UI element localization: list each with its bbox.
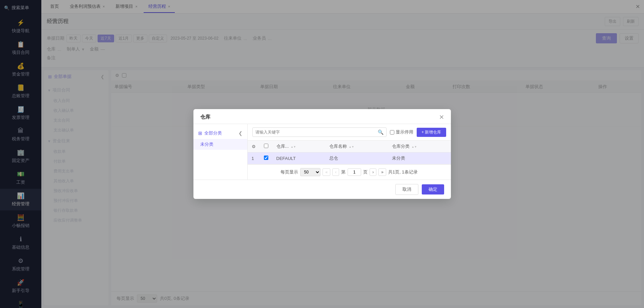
col-checkbox: [260, 141, 272, 152]
col-settings: ⚙: [248, 141, 260, 152]
modal-table: ⚙ 仓库... ▲▼ 仓库名称: [248, 141, 451, 164]
all-categories-label: 全部分类: [204, 130, 222, 136]
modal-right-panel: 🔍 显示停用 + 新增仓库 ⚙: [248, 124, 451, 180]
first-page-btn[interactable]: «: [323, 168, 330, 176]
next-page-btn[interactable]: ›: [370, 168, 376, 176]
page-label: 第: [341, 169, 346, 175]
modal-footer: 取消 确定: [193, 180, 451, 199]
modal-toolbar: 🔍 显示停用 + 新增仓库: [248, 124, 451, 141]
modal-search-input[interactable]: [253, 128, 375, 136]
panel-collapse-btn[interactable]: ❮: [238, 130, 243, 136]
modal-title: 仓库: [200, 114, 210, 120]
modal-per-page-label: 每页显示: [281, 169, 298, 175]
cancel-button[interactable]: 取消: [395, 184, 418, 195]
modal-body: ⊞ 全部分类 ❮ 未分类 🔍 显示停用: [193, 124, 451, 180]
page-unit: 页: [363, 169, 368, 175]
modal-per-page-select[interactable]: 50: [300, 168, 320, 176]
table-row[interactable]: 1 DEFAULT 总仓 未分类: [248, 152, 451, 164]
show-disabled-checkbox[interactable]: [390, 130, 394, 135]
show-disabled-text: 显示停用: [396, 129, 413, 135]
confirm-button[interactable]: 确定: [422, 184, 444, 194]
sort-icon-cat: ▲▼: [412, 145, 417, 148]
last-page-btn[interactable]: »: [378, 168, 386, 176]
col-warehouse-category: 仓库分类 ▲▼: [388, 141, 451, 152]
prev-page-btn[interactable]: ‹: [332, 168, 339, 176]
category-unclassified[interactable]: 未分类: [193, 139, 247, 150]
col-warehouse-name: 仓库名称 ▲▼: [325, 141, 388, 152]
add-warehouse-button[interactable]: + 新增仓库: [417, 128, 446, 137]
table-select-all[interactable]: [264, 144, 268, 148]
sort-icon-code: ▲▼: [291, 145, 296, 148]
modal-header: 仓库 ✕: [193, 109, 451, 124]
modal-overlay: 仓库 ✕ ⊞ 全部分类 ❮ 未分类: [0, 0, 644, 308]
col-warehouse-code: 仓库... ▲▼: [272, 141, 325, 152]
warehouse-modal: 仓库 ✕ ⊞ 全部分类 ❮ 未分类: [193, 109, 451, 199]
modal-search-button[interactable]: 🔍: [375, 128, 386, 137]
modal-close-button[interactable]: ✕: [439, 114, 444, 120]
page-input[interactable]: [348, 168, 361, 176]
total-records-info: 共1页, 1条记录: [388, 169, 418, 175]
row-name: 总仓: [325, 152, 388, 164]
sort-icon-name: ▲▼: [349, 145, 354, 148]
settings-col-icon[interactable]: ⚙: [252, 144, 256, 149]
row-code: DEFAULT: [272, 152, 325, 164]
row-index: 1: [248, 152, 260, 164]
unclassified-label: 未分类: [200, 142, 213, 147]
modal-left-panel: ⊞ 全部分类 ❮ 未分类: [193, 124, 248, 180]
grid-icon: ⊞: [198, 130, 202, 136]
modal-table-wrapper: ⚙ 仓库... ▲▼ 仓库名称: [248, 141, 451, 164]
modal-pagination: 每页显示 50 « ‹ 第 页 › » 共1页, 1条记录: [248, 164, 451, 180]
show-disabled-label: 显示停用: [390, 129, 413, 135]
modal-search-box: 🔍: [252, 127, 387, 137]
row-checkbox[interactable]: [264, 156, 268, 160]
row-checkbox-cell: [260, 152, 272, 164]
all-categories[interactable]: ⊞ 全部分类 ❮: [193, 127, 247, 139]
row-category: 未分类: [388, 152, 451, 164]
